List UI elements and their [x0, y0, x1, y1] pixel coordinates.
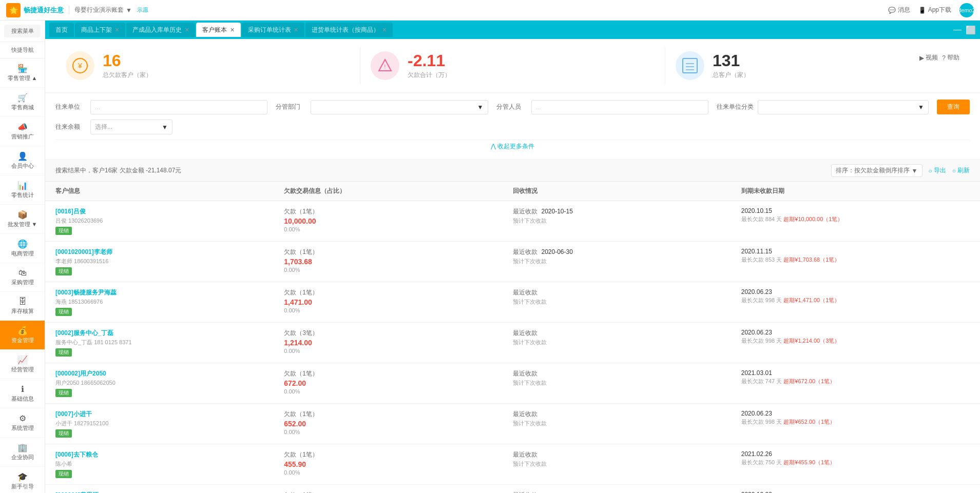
chevron-icon2: ▼ [32, 221, 37, 227]
debt-amount-row6[interactable]: 652.00 [284, 420, 512, 428]
balance-filter-item: 往来余额 选择... ▼ [55, 120, 970, 134]
customer-filter-input[interactable]: ... [90, 100, 267, 114]
tab-expand-icon[interactable]: ⬜ [966, 25, 976, 35]
filter-area: 往来单位 ... 分管部门 ▼ [45, 93, 980, 159]
svg-text:!: ! [385, 64, 386, 70]
tab-customer-account[interactable]: 客户账本 × [196, 23, 240, 37]
overdue-link-row3[interactable]: 超期¥1,471.00（1笔） [783, 297, 840, 303]
sidebar-item-batch-mgmt[interactable]: 📦 批发管理 ▼ [0, 205, 45, 234]
tab-close-import-stats[interactable]: × [382, 26, 387, 34]
debt-label-row3: 欠款（1笔） [284, 288, 512, 297]
sidebar-item-finance[interactable]: 💰 资金管理 [0, 321, 45, 350]
tab-close-purchase-order[interactable]: × [294, 26, 298, 34]
svg-text:¥: ¥ [78, 62, 82, 70]
sidebar-item-retail-mgmt[interactable]: 🏪 零售管理 ▲ [0, 58, 45, 88]
debt-amount-row2[interactable]: 1,703.68 [284, 258, 512, 266]
store-selector[interactable]: 母婴行业演示账套 ▼ [69, 6, 132, 14]
due-days-row5: 最长欠款 747 天 [741, 378, 782, 384]
app-download-btn[interactable]: 📱 App下载 [918, 6, 951, 14]
refresh-btn[interactable]: ○ 刷新 [952, 166, 970, 175]
sidebar-item-retail-stats[interactable]: 📊 零售统计 [0, 175, 45, 205]
sidebar-item-newbie[interactable]: 🎓 新手引导 [0, 467, 45, 493]
sidebar-item-operations[interactable]: 📈 经营管理 [0, 350, 45, 379]
tab-close-customer-account[interactable]: × [230, 26, 234, 34]
balance-filter-select[interactable]: 选择... ▼ [90, 120, 172, 134]
tab-import-stats[interactable]: 进货单统计表（按商品） × [305, 23, 393, 37]
manager-filter-input[interactable]: ... [531, 100, 708, 114]
mobile-icon: 📱 [918, 7, 926, 14]
customer-name-row1[interactable]: [0016]吕俊 [55, 207, 284, 216]
tab-production-history[interactable]: 产成品入库单历史 × [126, 23, 195, 37]
recovery-label-row4: 最近收款 [513, 329, 537, 337]
recovery-next-row4: 预计下次收款 [513, 339, 741, 346]
customer-tag-row4: 现销 [55, 348, 72, 357]
logo: 🌟 畅捷通好生意 [6, 3, 64, 17]
customer-tag-row6: 现销 [55, 429, 72, 438]
recovery-next-row1: 预计下次收款 [513, 217, 741, 225]
user-profile[interactable]: demo2 [959, 3, 974, 17]
debt-amount-row5[interactable]: 672.00 [284, 379, 512, 387]
sidebar-item-purchase[interactable]: 🛍 采购管理 [0, 263, 45, 292]
customer-name-row3[interactable]: [0003]畅捷服务尹海蕊 [55, 288, 284, 297]
overdue-link-row1[interactable]: 超期¥10,000.00（1笔） [783, 216, 843, 222]
results-summary: 搜索结果中，客户16家 欠款金额 -21,148.07元 [55, 166, 181, 175]
debt-amount-row3[interactable]: 1,471.00 [284, 298, 512, 306]
operations-icon: 📈 [4, 355, 41, 365]
tab-close-product-listing[interactable]: × [115, 26, 119, 34]
debt-amount-row4[interactable]: 1,214.00 [284, 339, 512, 347]
overdue-link-row6[interactable]: 超期¥652.00（1笔） [783, 419, 835, 425]
customer-name-row8[interactable]: [000001]黄思源 [55, 491, 284, 493]
help-btn[interactable]: ? 帮助 [942, 53, 959, 62]
message-btn[interactable]: 💬 消息 [888, 6, 910, 14]
sidebar-item-basic-info[interactable]: ℹ 基础信息 [0, 379, 45, 408]
collapse-filter-btn[interactable]: ⋀ 收起更多条件 [55, 140, 970, 153]
overdue-link-row4[interactable]: 超期¥1,214.00（3笔） [783, 338, 840, 344]
recovery-label-row3: 最近收款 [513, 289, 537, 296]
customer-name-row6[interactable]: [0007]小进干 [55, 410, 284, 419]
customer-name-row7[interactable]: [0006]去下粮仓 [55, 450, 284, 459]
debt-amount-row7[interactable]: 455.90 [284, 460, 512, 468]
debt-label-row2: 欠款（1笔） [284, 248, 512, 257]
debt-amount-row1[interactable]: 10,000.00 [284, 217, 512, 225]
tab-product-listing[interactable]: 商品上下架 × [75, 23, 125, 37]
sidebar-item-system[interactable]: ⚙ 系统管理 [0, 408, 45, 438]
due-date-row1: 2020.10.15 [741, 207, 970, 214]
customer-name-row4[interactable]: [0002]服务中心_丁磊 [55, 329, 284, 338]
nav-label[interactable]: 示愿 [137, 6, 148, 14]
search-button[interactable]: 查询 [937, 100, 970, 114]
customer-name-row2[interactable]: [0001020001]李老师 [55, 248, 284, 257]
customer-tag-row5: 现销 [55, 389, 72, 397]
sidebar-item-enterprise[interactable]: 🏢 企业协同 [0, 438, 45, 467]
tab-home[interactable]: 首页 [49, 23, 74, 37]
refresh-icon: ○ [952, 167, 956, 174]
balance-chevron-icon: ▼ [162, 124, 168, 131]
customer-sub-row4: 服务中心_丁磊 181 0125 8371 [55, 339, 284, 346]
manager-filter-label: 分管人员 [496, 103, 527, 111]
sidebar-item-inventory[interactable]: 🗄 库存核算 [0, 292, 45, 321]
sidebar-item-retail-store[interactable]: 🛒 零售商城 [0, 88, 45, 117]
sidebar-item-ecommerce[interactable]: 🌐 电商管理 [0, 234, 45, 263]
overdue-link-row7[interactable]: 超期¥455.90（1笔） [783, 459, 835, 465]
overdue-link-row5[interactable]: 超期¥672.00（1笔） [783, 378, 835, 384]
sort-select[interactable]: 排序：按欠款金额倒序排序 ▼ [831, 164, 923, 177]
dept-filter-select[interactable]: ▼ [311, 100, 488, 114]
recovery-label-row6: 最近收款 [513, 410, 537, 418]
chevron-icon: ▲ [32, 75, 37, 81]
recovery-next-row2: 预计下次收款 [513, 258, 741, 265]
tab-close-production-history[interactable]: × [185, 26, 189, 34]
customer-name-row5[interactable]: [000002]用户2050 [55, 369, 284, 378]
category-filter-select[interactable]: ▼ [758, 100, 929, 114]
category-chevron-icon: ▼ [918, 104, 924, 111]
overdue-link-row2[interactable]: 超期¥1,703.68（1笔） [783, 257, 840, 263]
batch-icon: 📦 [4, 210, 41, 220]
export-btn[interactable]: ○ 导出 [929, 166, 946, 175]
tab-purchase-order[interactable]: 采购订单统计表 × [242, 23, 304, 37]
sidebar-item-marketing[interactable]: 📣 营销推广 [0, 117, 45, 146]
table-row: [0002]服务中心_丁磊 服务中心_丁磊 181 0125 8371 现销 欠… [45, 323, 980, 363]
due-days-row3: 最长欠款 998 天 [741, 297, 782, 303]
customer-filter-label: 往来单位 [55, 103, 86, 111]
video-btn[interactable]: ▶ 视频 [919, 53, 938, 62]
search-menu-btn[interactable]: 搜索菜单 [4, 25, 41, 37]
tab-minimize-icon[interactable]: — [953, 25, 962, 34]
sidebar-item-member[interactable]: 👤 会员中心 [0, 146, 45, 175]
